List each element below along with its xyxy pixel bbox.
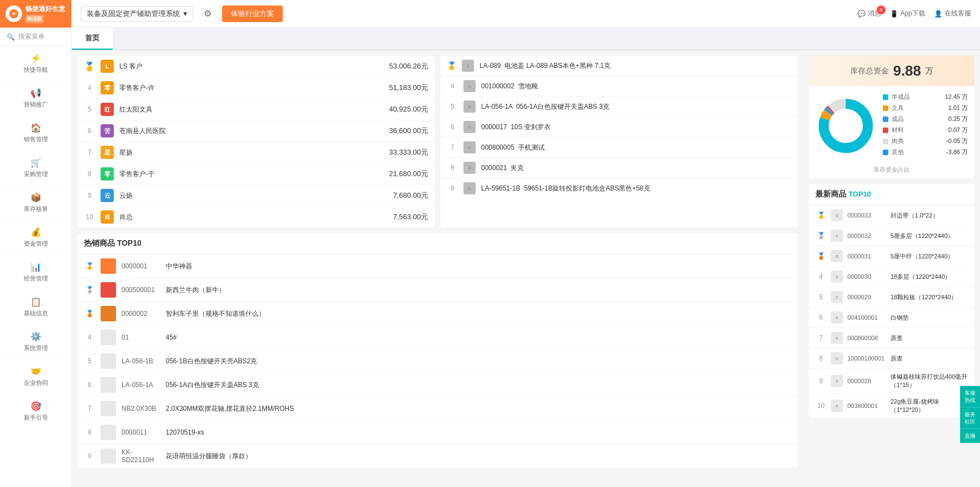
messages-item[interactable]: 💬 消息 6: [857, 9, 881, 18]
sidebar-item-sales[interactable]: 🏠 销售管理: [0, 116, 71, 151]
product-code: NB2.0X30B: [122, 405, 160, 412]
app-download-item[interactable]: 📱 App下载: [890, 9, 925, 18]
main-wrapper: 装备及固定资产辅助管理系统 ▾ ⚙ 体验行业方案 💬 消息 6 📱 App下载 …: [72, 0, 980, 487]
sidebar-item-basic-info[interactable]: 📋 基础信息: [0, 290, 71, 325]
inventory-unit: 万: [925, 66, 933, 76]
sidebar-item-guide[interactable]: 🎯 新手引导: [0, 394, 71, 429]
product-name: 白钢垫: [891, 314, 968, 322]
system-selector[interactable]: 装备及固定资产辅助管理系统 ▾: [81, 6, 193, 22]
inventory-title: 库存总资金: [850, 66, 889, 76]
list-item: 🥈 000500001 新西兰牛肉（新牛）: [77, 278, 798, 302]
guide-icon: 🎯: [30, 401, 41, 411]
table-row: 10 肖 肖总 7,563.00元: [77, 207, 435, 227]
sidebar-search[interactable]: 🔍 搜索菜单: [0, 28, 71, 46]
new-products-section: 最新商品 TOP10 🥇 6 0000033 封边带（1.0*22） 🥈 6 0…: [809, 184, 974, 418]
list-item: 🥈 6 0000032 5厘多层（1220*2440）: [809, 226, 974, 246]
live-label: 直播: [965, 433, 976, 439]
rank-badge: 云: [101, 189, 114, 202]
sidebar-item-finance[interactable]: 💰 资金管理: [0, 220, 71, 255]
product-name: 45#: [166, 334, 791, 341]
rank-number: 8: [815, 354, 826, 362]
float-btn-live[interactable]: 直播: [960, 429, 980, 443]
sidebar-item-quick-nav[interactable]: ⚡ 快捷导航: [0, 46, 71, 81]
product-code: 10000100001: [847, 355, 886, 362]
community-label: 服务社区: [965, 411, 976, 425]
trial-button[interactable]: 体验行业方案: [222, 6, 283, 22]
rank-name: 零售客户-许: [119, 83, 383, 93]
donut-chart-container: 半成品 12.45 万 文具 1.01 万 成品 0.25 万: [809, 86, 974, 166]
rank-name: 肖总: [119, 213, 387, 222]
right-panel: 库存总资金 9.88 万: [803, 50, 980, 487]
legend-label: 成品: [892, 115, 945, 123]
rank-number: 5: [447, 103, 458, 110]
product-name: 001000002 雪地靴: [481, 82, 791, 91]
rank-number: 5: [815, 293, 826, 301]
sidebar-logo: 畅捷通好生意 标准版: [0, 0, 71, 28]
product-thumbnail: [101, 306, 116, 321]
service-label: 在线客服: [945, 9, 971, 18]
product-name: 056-1B白色按键开关壳ABS2克: [166, 357, 791, 366]
rank-amount: 53,006.26元: [389, 61, 428, 71]
list-item: 🥉 0000002 智利车子里（规格不知道填什么）: [77, 302, 798, 326]
product-name: 22g鱼豆腐-烧烤味（1*12*20）: [891, 398, 968, 414]
product-code: 0000002: [122, 310, 160, 317]
legend-value: -3.86 万: [946, 148, 968, 156]
list-item: 5 6 0000029 18颗粒板（1220*2440）: [809, 287, 974, 308]
rank-number: 🥈: [84, 286, 95, 294]
product-code: 000500001: [122, 286, 160, 294]
rank-number: 🥉: [84, 310, 95, 317]
sidebar-label-marketing: 营销推广: [24, 100, 48, 109]
sidebar-item-system[interactable]: ⚙️ 系统管理: [0, 325, 71, 359]
legend-dot: [883, 128, 888, 133]
legend-item-meat: 肉类 -0.05 万: [883, 137, 968, 145]
product-code: LA-056-1A: [122, 381, 160, 389]
product-name: 12070519-xs: [166, 428, 791, 436]
product-name: 封边带（1.0*22）: [891, 211, 968, 220]
product-name: 原查: [891, 354, 968, 363]
product-name: 智利车子里（规格不知道填什么）: [166, 309, 791, 319]
product-img-placeholder: 6: [463, 141, 476, 153]
list-item: 8 6 10000100001 原查: [809, 348, 974, 369]
sidebar-item-operations[interactable]: 📊 经营管理: [0, 255, 71, 290]
product-code: 01: [122, 334, 160, 341]
rank-number: 4: [815, 273, 826, 280]
online-service-item[interactable]: 👤 在线客服: [934, 9, 971, 18]
product-code: 0000031: [847, 253, 886, 260]
rank-number: 7: [815, 334, 826, 342]
product-code: 0000029: [847, 294, 886, 300]
product-thumbnail: 6: [831, 352, 843, 364]
sidebar-item-marketing[interactable]: 📢 营销推广: [0, 81, 71, 116]
rank-number: 6: [84, 127, 95, 135]
product-rank-table: 🥇 6 LA-089 电池盖 LA-089 ABS本色+黑种 7.1克 4 6 …: [440, 56, 798, 198]
table-row: 5 红 红太阳文具 40,925.00元: [77, 99, 435, 120]
rank-number: 5: [84, 357, 95, 365]
sidebar-item-enterprise[interactable]: 🤝 企业协同: [0, 359, 71, 394]
logo-badge: 标准版: [25, 15, 44, 23]
enterprise-icon: 🤝: [30, 366, 41, 377]
product-thumbnail: [101, 353, 116, 369]
rank-number: 4: [84, 334, 95, 341]
table-row: 8 零 零售客户-于 21,680.00元: [77, 163, 435, 185]
messages-badge: 6: [877, 6, 886, 14]
product-name: LA-59651-1B 59651-1B旋转投影灯电池盒ABS黑色+58克: [481, 184, 791, 193]
list-item: 4 01 45#: [77, 326, 798, 350]
logo-icon: [6, 6, 22, 22]
float-btn-community[interactable]: 服务社区: [960, 407, 980, 429]
basic-info-icon: 📋: [30, 297, 41, 307]
product-name: 体碱嘉枝味苏打饮品400毫升（1*15）: [891, 373, 968, 389]
medal-gold-icon: 🥇: [447, 61, 456, 70]
product-name: 000800005 手机测试: [481, 143, 791, 152]
inventory-card: 库存总资金 9.88 万: [809, 56, 974, 178]
rank-number: 9: [447, 184, 458, 192]
app-icon: 📱: [890, 10, 898, 18]
sidebar-item-inventory[interactable]: 📦 库存核算: [0, 186, 71, 220]
tab-home[interactable]: 首页: [72, 28, 113, 50]
sidebar-item-purchase[interactable]: 🛒 采购管理: [0, 151, 71, 186]
inventory-amount: 9.88: [893, 62, 921, 80]
legend-item-stationery: 文具 1.01 万: [883, 104, 968, 112]
settings-button[interactable]: ⚙: [200, 6, 215, 22]
search-icon: 🔍: [7, 33, 15, 41]
product-code: LA-056-1B: [122, 357, 160, 365]
float-btn-hotline[interactable]: 客服热线: [960, 386, 980, 407]
donut-legend: 半成品 12.45 万 文具 1.01 万 成品 0.25 万: [883, 93, 968, 159]
